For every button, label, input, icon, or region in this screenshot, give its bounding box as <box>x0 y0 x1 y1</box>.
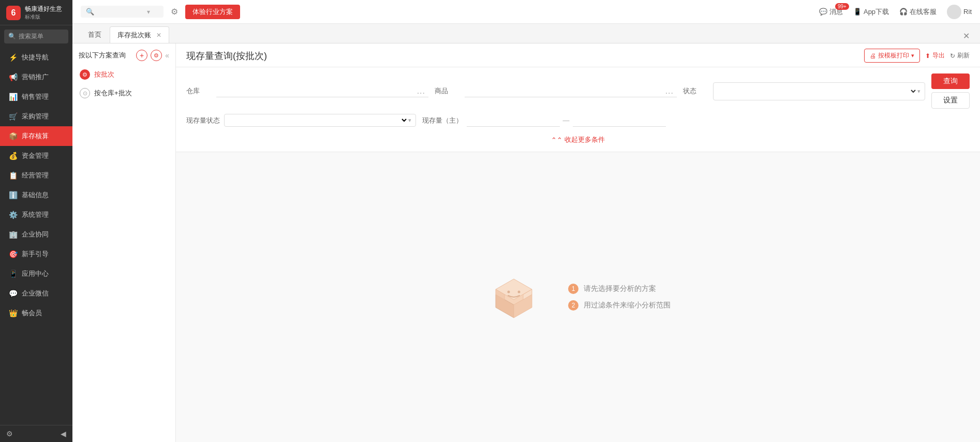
print-btn[interactable]: 🖨 按模板打印 ▾ <box>864 49 920 63</box>
product-dots[interactable]: ... <box>665 86 674 96</box>
export-btn[interactable]: ⬆ 导出 <box>925 51 945 60</box>
topbar-search-dropdown-icon[interactable]: ▾ <box>147 8 150 16</box>
product-label: 商品 <box>435 86 461 96</box>
enterprise-icon: 🏢 <box>8 230 18 239</box>
page-title-actions: 🖨 按模板打印 ▾ ⬆ 导出 ↻ 刷新 <box>864 49 970 63</box>
search-menu-item[interactable]: 🔍 搜索菜单 <box>4 30 68 43</box>
tabbar: 首页 库存批次账 ✕ ✕ <box>72 24 980 43</box>
sidebar-item-finance[interactable]: 💰 资金管理 <box>0 146 72 166</box>
search-icon: 🔍 <box>8 33 16 40</box>
status-select[interactable]: 全部 正常 停用 <box>718 84 917 98</box>
settings-bottom-icon[interactable]: ⚙ <box>6 430 13 438</box>
sidebar-item-operations[interactable]: 📋 经营管理 <box>0 166 72 185</box>
sidebar-item-sales[interactable]: 📊 销售管理 <box>0 87 72 107</box>
app-version: 标准版 <box>25 13 62 21</box>
product-input[interactable] <box>468 87 663 95</box>
app-download-label: App下载 <box>864 7 889 17</box>
step-2-num: 2 <box>568 300 578 311</box>
print-btn-label: 按模板打印 <box>878 51 909 60</box>
warehouse-dots[interactable]: ... <box>417 86 425 96</box>
sidebar-item-quick-nav[interactable]: ⚡ 快捷导航 <box>0 48 72 67</box>
sidebar-item-wechat[interactable]: 💬 企业微信 <box>0 284 72 303</box>
refresh-icon: ↻ <box>950 52 955 60</box>
product-input-wrapper[interactable]: ... <box>465 85 677 97</box>
operations-icon: 📋 <box>8 171 18 180</box>
left-panel: 按以下方案查询 + ⚙ « ⚙ 按批次 ⊙ 按仓库+批次 <box>72 43 176 442</box>
sidebar-bottom: ⚙ ◀ <box>0 425 72 442</box>
step-1-label: 请先选择要分析的方案 <box>584 284 656 293</box>
right-content: 现存量查询(按批次) 🖨 按模板打印 ▾ ⬆ 导出 ↻ 刷新 <box>176 43 980 442</box>
tab-home[interactable]: 首页 <box>81 26 109 43</box>
add-scheme-btn[interactable]: + <box>136 50 147 61</box>
step-1-num: 1 <box>568 284 578 294</box>
online-service-label: 在线客服 <box>910 7 937 17</box>
sidebar-item-marketing[interactable]: 📢 营销推广 <box>0 67 72 87</box>
sidebar-item-basic[interactable]: ℹ️ 基础信息 <box>0 185 72 205</box>
scheme-item-by-batch[interactable]: ⚙ 按批次 <box>72 65 175 84</box>
inventory-status-select[interactable] <box>229 116 408 125</box>
export-icon: ⬆ <box>925 52 930 60</box>
collapse-conditions-btn[interactable]: ⌃⌃ 收起更多条件 <box>186 132 970 145</box>
filter-row-1: 仓库 ... 商品 ... 状态 <box>186 73 970 109</box>
warehouse-input-wrapper[interactable]: ... <box>216 85 428 97</box>
sidebar-item-label: 采购管理 <box>22 112 49 121</box>
vip-icon: 👑 <box>8 308 18 318</box>
sidebar-item-apps[interactable]: 📱 应用中心 <box>0 264 72 284</box>
tab-close-icon[interactable]: ✕ <box>156 32 161 39</box>
topbar-gear-icon[interactable]: ⚙ <box>171 7 178 17</box>
filter-group-inv-status: 现存量状态 ▾ <box>186 114 416 127</box>
inventory-qty-to[interactable] <box>573 114 666 127</box>
topbar-search-input[interactable] <box>97 8 144 16</box>
filter-settings-btn[interactable]: 设置 <box>931 92 970 109</box>
collapse-sidebar-icon[interactable]: ◀ <box>61 430 66 438</box>
app-download-item[interactable]: 📱 App下载 <box>853 7 889 17</box>
svg-point-7 <box>518 291 521 293</box>
message-icon: 💬 <box>819 8 827 16</box>
sidebar-item-system[interactable]: ⚙️ 系统管理 <box>0 205 72 225</box>
sidebar-header: 6 畅康通好生意 标准版 <box>0 0 72 25</box>
scheme-settings-btn[interactable]: ⚙ <box>151 50 162 61</box>
filter-area: 仓库 ... 商品 ... 状态 <box>176 67 980 152</box>
apps-icon: 📱 <box>8 269 18 278</box>
inventory-icon: 📦 <box>8 131 18 141</box>
range-dash: — <box>563 116 570 124</box>
print-dropdown-icon[interactable]: ▾ <box>911 52 914 59</box>
page-title: 现存量查询(按批次) <box>186 50 267 62</box>
headset-icon: 🎧 <box>899 8 908 16</box>
user-item[interactable]: Rit <box>947 5 972 19</box>
basic-icon: ℹ️ <box>8 190 18 200</box>
query-btn[interactable]: 查询 <box>931 73 970 89</box>
message-item[interactable]: 💬 消息 99+ <box>819 7 843 17</box>
global-close-icon[interactable]: ✕ <box>961 29 972 43</box>
sidebar-item-enterprise[interactable]: 🏢 企业协同 <box>0 225 72 244</box>
inventory-status-select-wrapper[interactable]: ▾ <box>224 114 416 127</box>
wechat-icon: 💬 <box>8 289 18 298</box>
message-badge: 99+ <box>835 3 849 10</box>
topbar-search-icon: 🔍 <box>86 8 94 16</box>
tab-home-label: 首页 <box>88 30 101 39</box>
topbar: 🔍 ▾ ⚙ 体验行业方案 💬 消息 99+ 📱 App下载 🎧 在线客服 Rit <box>72 0 980 24</box>
page-title-bar: 现存量查询(按批次) 🖨 按模板打印 ▾ ⬆ 导出 ↻ 刷新 <box>176 43 980 67</box>
topbar-right: 💬 消息 99+ 📱 App下载 🎧 在线客服 Rit <box>819 5 972 19</box>
filter-row-2: 现存量状态 ▾ 现存量（主） — <box>186 114 970 127</box>
tab-inventory-batch[interactable]: 库存批次账 ✕ <box>110 26 169 43</box>
sidebar-item-purchase[interactable]: 🛒 采购管理 <box>0 107 72 126</box>
scheme-label: 按仓库+批次 <box>94 89 132 98</box>
trial-btn[interactable]: 体验行业方案 <box>185 5 240 19</box>
scheme-item-by-warehouse-batch[interactable]: ⊙ 按仓库+批次 <box>72 84 175 102</box>
sidebar-item-guide[interactable]: 🎯 新手引导 <box>0 244 72 264</box>
topbar-search-area[interactable]: 🔍 ▾ <box>81 6 164 18</box>
finance-icon: 💰 <box>8 151 18 160</box>
sidebar-item-vip[interactable]: 👑 畅会员 <box>0 303 72 323</box>
status-select-wrapper[interactable]: 全部 正常 停用 ▾ <box>713 82 925 100</box>
inventory-qty-from[interactable] <box>467 114 560 127</box>
refresh-btn[interactable]: ↻ 刷新 <box>950 51 970 60</box>
panel-collapse-btn[interactable]: « <box>165 51 169 60</box>
warehouse-input[interactable] <box>219 87 415 95</box>
sidebar-item-label: 营销推广 <box>22 72 49 82</box>
sidebar-item-label: 新手引导 <box>22 249 49 259</box>
sidebar-item-label: 销售管理 <box>22 92 49 101</box>
online-service-item[interactable]: 🎧 在线客服 <box>899 7 937 17</box>
sidebar: 6 畅康通好生意 标准版 🔍 搜索菜单 ⚡ 快捷导航 📢 营销推广 📊 销售管理… <box>0 0 72 442</box>
sidebar-item-inventory[interactable]: 📦 库存核算 <box>0 126 72 146</box>
